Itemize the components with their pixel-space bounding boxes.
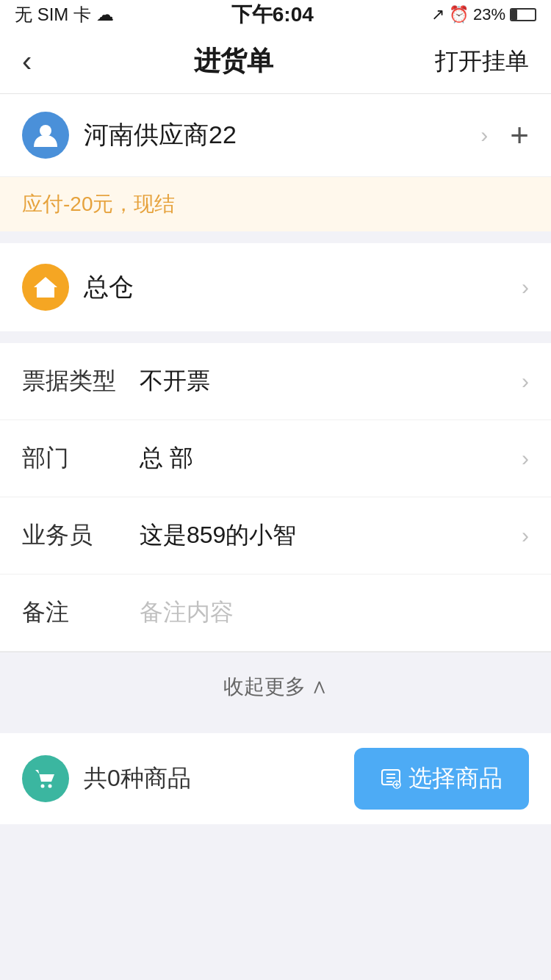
person-icon (32, 122, 59, 148)
select-product-icon (381, 768, 401, 789)
warehouse-name: 总仓 (84, 270, 522, 304)
svg-point-4 (48, 785, 52, 788)
cart-icon (32, 765, 59, 792)
remarks-label: 备注 (22, 597, 125, 629)
content-area: 河南供应商22 › + 应付-20元，现结 总仓 › 票据类型 不开票 › (0, 94, 551, 824)
warehouse-row[interactable]: 总仓 › (0, 243, 551, 331)
salesperson-label: 业务员 (22, 519, 125, 552)
salesperson-chevron-icon: › (522, 523, 529, 548)
status-left: 无 SIM 卡 ☁ (15, 3, 114, 26)
battery-label: 23% (473, 5, 505, 24)
page-title: 进货单 (194, 43, 273, 79)
salesperson-value: 这是859的小智 (125, 519, 522, 552)
supplier-chevron-icon: › (480, 123, 488, 148)
location-icon: ↗ (431, 5, 444, 24)
collapse-button[interactable]: 收起更多 ∧ (0, 652, 551, 721)
svg-point-3 (41, 785, 45, 788)
svg-point-0 (40, 125, 51, 137)
supplier-section: 河南供应商22 › + 应付-20元，现结 (0, 94, 551, 231)
warehouse-avatar (22, 264, 69, 311)
svg-rect-2 (41, 290, 50, 298)
back-button[interactable]: ‹ (22, 45, 32, 78)
supplier-name: 河南供应商22 (84, 118, 480, 152)
warehouse-section[interactable]: 总仓 › (0, 243, 551, 331)
sim-label: 无 SIM 卡 ☁ (15, 3, 114, 26)
status-right: ↗ ⏰ 23% (431, 5, 536, 24)
status-bar: 无 SIM 卡 ☁ 下午6:04 ↗ ⏰ 23% (0, 0, 551, 29)
select-product-label: 选择商品 (408, 763, 503, 795)
invoice-chevron-icon: › (522, 369, 529, 394)
warehouse-icon (32, 274, 59, 300)
alarm-icon: ⏰ (449, 5, 469, 24)
remarks-row[interactable]: 备注 备注内容 (0, 574, 551, 652)
department-label: 部门 (22, 442, 125, 475)
status-time: 下午6:04 (231, 1, 314, 29)
remarks-placeholder[interactable]: 备注内容 (125, 597, 529, 629)
nav-bar: ‹ 进货单 打开挂单 (0, 29, 551, 94)
supplier-row[interactable]: 河南供应商22 › + (0, 94, 551, 177)
supplier-avatar (22, 112, 69, 159)
select-product-button[interactable]: 选择商品 (354, 748, 529, 810)
cart-icon-circle (22, 755, 69, 802)
form-section: 票据类型 不开票 › 部门 总 部 › 业务员 这是859的小智 › 备注 备注… (0, 343, 551, 721)
invoice-type-row[interactable]: 票据类型 不开票 › (0, 343, 551, 420)
department-value: 总 部 (125, 442, 522, 475)
invoice-type-value: 不开票 (125, 365, 522, 397)
add-supplier-button[interactable]: + (510, 119, 529, 151)
product-bar: 共0种商品 选择商品 (0, 733, 551, 824)
warehouse-chevron-icon: › (522, 275, 529, 300)
department-chevron-icon: › (522, 446, 529, 471)
invoice-type-label: 票据类型 (22, 365, 125, 397)
notice-banner: 应付-20元，现结 (0, 177, 551, 231)
battery-icon (510, 8, 536, 21)
product-count-label: 共0种商品 (84, 763, 354, 795)
department-row[interactable]: 部门 总 部 › (0, 420, 551, 497)
salesperson-row[interactable]: 业务员 这是859的小智 › (0, 497, 551, 574)
open-pending-button[interactable]: 打开挂单 (435, 46, 529, 78)
